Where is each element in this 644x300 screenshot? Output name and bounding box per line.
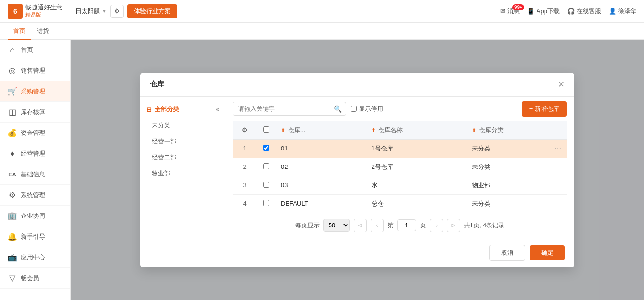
pagination: 每页显示 50 20 100 ⊲ ‹ 第 页 ›	[225, 213, 574, 238]
right-panel: 🔍 显示停用 + 新增仓库	[225, 97, 574, 238]
sidebar-item-membership[interactable]: ▽ 畅会员	[0, 268, 70, 289]
settings-icon[interactable]: ⚙	[110, 5, 124, 18]
category-item-unclassified[interactable]: 未分类	[140, 117, 225, 133]
finance-icon: 💰	[8, 128, 17, 137]
guide-icon: 🔔	[8, 232, 17, 241]
row-checkbox-cell	[256, 139, 275, 158]
category-panel: ⊞ 全部分类 « 未分类 经营一部 经营二部 物业部	[140, 97, 225, 238]
category-item-property[interactable]: 物业部	[140, 166, 225, 182]
all-categories-item[interactable]: ⊞ 全部分类 «	[140, 101, 225, 117]
purchase-icon: 🛒	[8, 87, 17, 96]
system-icon: ⚙	[8, 191, 17, 200]
user-item[interactable]: 👤 徐泽华	[609, 7, 636, 16]
row-code: 02	[275, 158, 366, 176]
sidebar: ⌂ 首页 ◎ 销售管理 🛒 采购管理 ◫ 库存核算 💰 资金管理 ♦ 经营管理 …	[0, 40, 71, 300]
sidebar-item-basics[interactable]: EA 基础信息	[0, 164, 70, 185]
sidebar-item-guide[interactable]: 🔔 新手引导	[0, 226, 70, 247]
row-category: 未分类 ···	[466, 139, 567, 158]
sidebar-item-apps[interactable]: 📺 应用中心	[0, 247, 70, 268]
header-right: ✉ 消息 99+ 📱 App下载 🎧 在线客服 👤 徐泽华	[500, 7, 636, 16]
collapse-icon[interactable]: «	[216, 106, 219, 113]
sidebar-item-enterprise[interactable]: 🏢 企业协同	[0, 206, 70, 226]
sidebar-item-inventory[interactable]: ◫ 库存核算	[0, 102, 70, 123]
row-num: 2	[233, 158, 256, 176]
table-row[interactable]: 1 01 1号仓库 未分类 ···	[233, 139, 567, 158]
row-name: 2号仓库	[366, 158, 466, 176]
home-icon: ⌂	[8, 46, 17, 54]
row-name: 1号仓库	[366, 139, 466, 158]
col-header-name: ⬆ 仓库名称	[366, 121, 466, 140]
category-item-ops2[interactable]: 经营二部	[140, 150, 225, 166]
sidebar-item-finance[interactable]: 💰 资金管理	[0, 123, 70, 143]
table-row[interactable]: 4 DEFAULT 总仓 未分类	[233, 194, 567, 213]
row-action-dots[interactable]: ···	[555, 144, 561, 153]
message-icon: ✉	[500, 8, 505, 15]
add-warehouse-button[interactable]: + 新增仓库	[522, 101, 567, 117]
row-checkbox[interactable]	[263, 182, 269, 188]
select-all-checkbox[interactable]	[263, 126, 269, 133]
right-toolbar: 🔍 显示停用 + 新增仓库	[225, 97, 574, 121]
sidebar-label-finance: 资金管理	[21, 129, 45, 137]
row-category: 物业部	[466, 176, 567, 194]
logo-area: 6 畅捷通好生意 精易版	[8, 4, 62, 19]
row-name: 总仓	[366, 194, 466, 213]
trial-button[interactable]: 体验行业方案	[127, 4, 177, 18]
per-page-select[interactable]: 50 20 100	[323, 219, 350, 232]
headset-icon: 🎧	[567, 8, 575, 15]
mobile-icon: 📱	[527, 8, 535, 15]
table-body: 1 01 1号仓库 未分类 ··· 2 02 2号仓库 未分类 3 03 水 物…	[233, 139, 567, 213]
row-code: 03	[275, 176, 366, 194]
col-header-settings: ⚙	[233, 121, 256, 140]
modal-close-button[interactable]: ✕	[558, 79, 565, 90]
modal-title: 仓库	[150, 80, 164, 89]
app-download-item[interactable]: 📱 App下载	[527, 7, 560, 16]
store-selector[interactable]: 日太阳膜 ▼	[75, 7, 107, 16]
secondary-nav: 首页 进货	[0, 23, 644, 40]
row-num: 3	[233, 176, 256, 194]
page-next-button[interactable]: ›	[430, 219, 443, 232]
confirm-button[interactable]: 确定	[530, 245, 565, 260]
modal-body: ⊞ 全部分类 « 未分类 经营一部 经营二部 物业部	[140, 97, 574, 238]
sort-icon-name: ⬆	[372, 127, 376, 133]
main-layout: ⌂ 首页 ◎ 销售管理 🛒 采购管理 ◫ 库存核算 💰 资金管理 ♦ 经营管理 …	[0, 40, 644, 300]
page-summary: 共1页, 4条记录	[464, 221, 505, 230]
modal-footer: 取消 确定	[140, 238, 574, 267]
page-prev-button[interactable]: ‹	[371, 219, 384, 232]
table-row[interactable]: 3 03 水 物业部	[233, 176, 567, 194]
page-first-button[interactable]: ⊲	[354, 219, 367, 232]
sidebar-label-basics: 基础信息	[21, 170, 45, 179]
cancel-button[interactable]: 取消	[489, 245, 525, 261]
sidebar-item-purchase[interactable]: 🛒 采购管理	[0, 81, 70, 102]
notification-item[interactable]: ✉ 消息 99+	[500, 7, 520, 16]
table-row[interactable]: 2 02 2号仓库 未分类	[233, 158, 567, 176]
row-checkbox[interactable]	[263, 163, 269, 169]
warehouse-table: ⚙ ⬆ 仓库...	[233, 121, 567, 213]
search-button[interactable]: 🔍	[330, 105, 346, 113]
row-code: DEFAULT	[275, 194, 366, 213]
sidebar-item-system[interactable]: ⚙ 系统管理	[0, 185, 70, 206]
page-last-button[interactable]: ⊳	[447, 219, 460, 232]
search-input[interactable]	[233, 102, 330, 115]
row-checkbox[interactable]	[263, 145, 269, 151]
row-code: 01	[275, 139, 366, 158]
sidebar-label-operations: 经营管理	[21, 150, 45, 158]
page-input[interactable]	[397, 219, 416, 231]
sort-icon: ⬆	[281, 127, 285, 133]
row-checkbox[interactable]	[263, 200, 269, 206]
enterprise-icon: 🏢	[8, 211, 17, 220]
col-header-code: ⬆ 仓库...	[275, 121, 366, 140]
sidebar-label-sales: 销售管理	[21, 67, 45, 75]
secnav-home[interactable]: 首页	[8, 23, 31, 40]
logo-text: 畅捷通好生意 精易版	[25, 4, 62, 19]
sidebar-item-operations[interactable]: ♦ 经营管理	[0, 143, 70, 164]
row-category: 未分类	[466, 194, 567, 213]
category-item-ops1[interactable]: 经营一部	[140, 133, 225, 150]
online-service-item[interactable]: 🎧 在线客服	[567, 7, 601, 16]
user-avatar: 👤	[609, 8, 616, 15]
show-disabled-label[interactable]: 显示停用	[351, 105, 383, 113]
sidebar-item-sales[interactable]: ◎ 销售管理	[0, 60, 70, 81]
secnav-purchase[interactable]: 进货	[31, 23, 55, 40]
page-label: 第	[388, 221, 394, 230]
sidebar-item-home[interactable]: ⌂ 首页	[0, 40, 70, 60]
show-disabled-checkbox[interactable]	[351, 106, 357, 112]
